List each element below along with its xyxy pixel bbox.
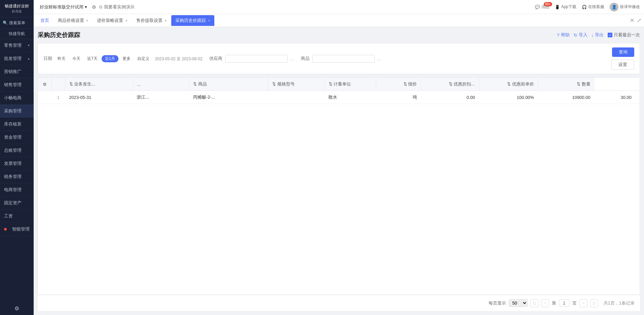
product-input-wrap[interactable] bbox=[312, 55, 375, 63]
per-page-select[interactable]: 50 100 200 bbox=[509, 299, 528, 307]
col-spec-header[interactable]: ⇅ 规格型号 bbox=[268, 78, 325, 91]
close-icon[interactable]: × bbox=[86, 19, 88, 23]
more-btn[interactable]: 更多 bbox=[120, 55, 133, 62]
prev-page-btn[interactable]: ＜ bbox=[541, 299, 549, 307]
last-page-btn[interactable]: ⟩⟩ bbox=[590, 299, 598, 307]
help-button[interactable]: ? 帮助 bbox=[557, 32, 569, 38]
chevron-up-icon: ▴ bbox=[28, 57, 30, 60]
query-button[interactable]: 查询 bbox=[612, 47, 634, 57]
sidebar-item-label: 库存核算 bbox=[4, 121, 22, 127]
import-button[interactable]: ↻ 导入 bbox=[574, 32, 587, 38]
row-discount-cell: 100.00% bbox=[479, 91, 538, 104]
col-unit-label: 计量单位 bbox=[333, 81, 351, 86]
topbar-demo-button[interactable]: ⊙ 我要看实例演示 bbox=[99, 4, 135, 10]
tabbar-controls: ✕ ⤢ bbox=[630, 17, 641, 24]
chevron-down-icon: ▾ bbox=[28, 43, 30, 47]
row-date-cell: 2023-05-31 bbox=[65, 91, 133, 104]
sidebar-item-assets[interactable]: 固定资产 bbox=[0, 197, 34, 210]
sidebar-item-ecommerce[interactable]: 电商管理 bbox=[0, 183, 34, 197]
tab-home[interactable]: 首页 bbox=[36, 15, 53, 26]
custom-btn[interactable]: 自定义 bbox=[135, 55, 152, 62]
sidebar-item-smart[interactable]: 智能管理 bbox=[0, 223, 34, 236]
export-button[interactable]: ↓ 导出 bbox=[592, 32, 604, 38]
sidebar-item-tax[interactable]: 税务管理 bbox=[0, 170, 34, 183]
tab-purchase-history[interactable]: 采购历史价跟踪 × bbox=[171, 15, 214, 26]
sidebar-item-retail[interactable]: 零售管理 ▾ bbox=[0, 39, 34, 52]
only-last-checkbox[interactable]: ✓ 只看最后一次 bbox=[608, 32, 640, 38]
tab-label: 商品价格设置 bbox=[58, 18, 84, 24]
window-expand-icon[interactable]: ⤢ bbox=[637, 17, 641, 24]
sidebar-item-accounting[interactable]: 总账管理 bbox=[0, 144, 34, 157]
online-service-label: 在线客服 bbox=[588, 4, 604, 10]
sidebar-item-finance[interactable]: 资金管理 bbox=[0, 131, 34, 144]
col-unit-header[interactable]: ⇅ 计量单位 bbox=[324, 78, 376, 91]
topbar-edition-dropdown[interactable]: 好业财标准版交付试用 ▾ bbox=[38, 3, 89, 11]
first-page-btn[interactable]: ⟨⟨ bbox=[530, 299, 538, 307]
sidebar-item-wholesale[interactable]: 批发管理 ▴ bbox=[0, 52, 34, 65]
today-btn[interactable]: 今天 bbox=[70, 55, 83, 62]
message-icon: 💬 bbox=[535, 5, 540, 9]
app-download-button[interactable]: 📱 App下载 bbox=[555, 4, 576, 10]
topbar-gear-button[interactable]: ⚙ bbox=[92, 4, 96, 10]
avatar: 👤 bbox=[610, 3, 618, 11]
close-icon[interactable]: × bbox=[125, 19, 127, 23]
filter-settings-button[interactable]: 设置 bbox=[611, 60, 634, 70]
window-close-icon[interactable]: ✕ bbox=[630, 17, 634, 24]
sidebar-item-invoice[interactable]: 发票管理 bbox=[0, 157, 34, 170]
table-header-row: ⚙ ⇅ 业务发生... ... ⇅ 商品 bbox=[38, 78, 640, 91]
tab-sale-price[interactable]: 售价提取设置 × bbox=[132, 15, 171, 26]
yesterday-btn[interactable]: 昨天 bbox=[55, 55, 68, 62]
product-more-btn[interactable]: ... bbox=[378, 56, 381, 61]
close-icon[interactable]: × bbox=[208, 19, 210, 23]
sidebar-item-sales[interactable]: 销售管理 bbox=[0, 78, 34, 92]
sidebar-item-marketing[interactable]: 营销推广 bbox=[0, 65, 34, 78]
close-icon[interactable]: × bbox=[165, 19, 167, 23]
messages-button[interactable]: 💬 消息 99+ bbox=[535, 4, 549, 10]
sidebar-item-purchase[interactable]: 采购管理 bbox=[0, 105, 34, 118]
sidebar-item-payroll[interactable]: 工资 bbox=[0, 210, 34, 223]
logo-sub: 标准版 bbox=[3, 9, 31, 14]
col-product-header[interactable]: ⇅ 商品 bbox=[189, 78, 268, 91]
sort-icon: ⇅ bbox=[193, 81, 197, 86]
product-input[interactable] bbox=[315, 56, 372, 61]
online-service-button[interactable]: 🎧 在线客服 bbox=[582, 4, 604, 10]
sort-icon: ⇅ bbox=[403, 81, 407, 86]
col-discount-header[interactable]: ⇅ 优惠折扣... bbox=[421, 78, 479, 91]
filter-actions: 查询 设置 bbox=[611, 47, 634, 70]
headset-icon: 🎧 bbox=[582, 5, 587, 9]
checkbox-icon: ✓ bbox=[608, 33, 612, 37]
col-gear-header[interactable]: ⚙ bbox=[38, 78, 51, 91]
product-label: 商品 bbox=[301, 56, 310, 62]
sidebar-settings-button[interactable]: ⚙ bbox=[0, 302, 34, 315]
row-price-cell: 吨 bbox=[376, 91, 421, 104]
page-unit: 页 bbox=[572, 300, 577, 306]
demo-icon: ⊙ bbox=[99, 4, 103, 9]
col-price-header[interactable]: ⇅ 报价 bbox=[376, 78, 421, 91]
user-profile-button[interactable]: 👤 徐泽华修改 bbox=[610, 3, 640, 11]
sidebar-item-inventory[interactable]: 库存核算 bbox=[0, 118, 34, 131]
tab-price-settings[interactable]: 商品价格设置 × bbox=[54, 15, 92, 26]
user-name: 徐泽华修改 bbox=[620, 4, 640, 10]
col-qty-header[interactable]: ⇅ 数量 bbox=[538, 78, 595, 91]
pagination: 每页显示 50 100 200 ⟨⟨ ＜ 第 1 页 ＞ ⟩⟩ 共1页，1条记录 bbox=[38, 295, 640, 311]
sidebar-item-label: 发票管理 bbox=[4, 161, 22, 167]
sidebar-search[interactable]: 🔍 搜索菜单 bbox=[0, 18, 34, 29]
supplier-input[interactable] bbox=[228, 56, 285, 61]
col-prediscount-header[interactable]: ⇅ 优惠前单价 bbox=[479, 78, 538, 91]
col-more-header[interactable]: ... bbox=[133, 78, 189, 91]
sidebar-item-ecommerce-small[interactable]: 小畅电商 bbox=[0, 92, 34, 105]
supplier-more-btn[interactable]: ... bbox=[290, 56, 294, 61]
supplier-input-wrap[interactable] bbox=[225, 55, 288, 63]
col-spec-label: 规格型号 bbox=[277, 81, 295, 86]
current-page-input[interactable]: 1 bbox=[559, 300, 570, 307]
topbar-right: 💬 消息 99+ 📱 App下载 🎧 在线客服 👤 徐泽华修改 bbox=[535, 3, 640, 11]
1month-btn[interactable]: 近1月 bbox=[102, 55, 119, 62]
tab-purchase-strategy[interactable]: 进价策略设置 × bbox=[93, 15, 131, 26]
sidebar-quicknav[interactable]: 快捷导航 bbox=[0, 29, 34, 39]
row-supplier-cell: 浙江... bbox=[133, 91, 189, 104]
product-filter-group: 商品 ... bbox=[301, 55, 381, 63]
col-date-header[interactable]: ⇅ 业务发生... bbox=[65, 78, 133, 91]
row-unit-cell: 散水 bbox=[324, 91, 376, 104]
7days-btn[interactable]: 近7天 bbox=[84, 55, 100, 62]
next-page-btn[interactable]: ＞ bbox=[579, 299, 587, 307]
